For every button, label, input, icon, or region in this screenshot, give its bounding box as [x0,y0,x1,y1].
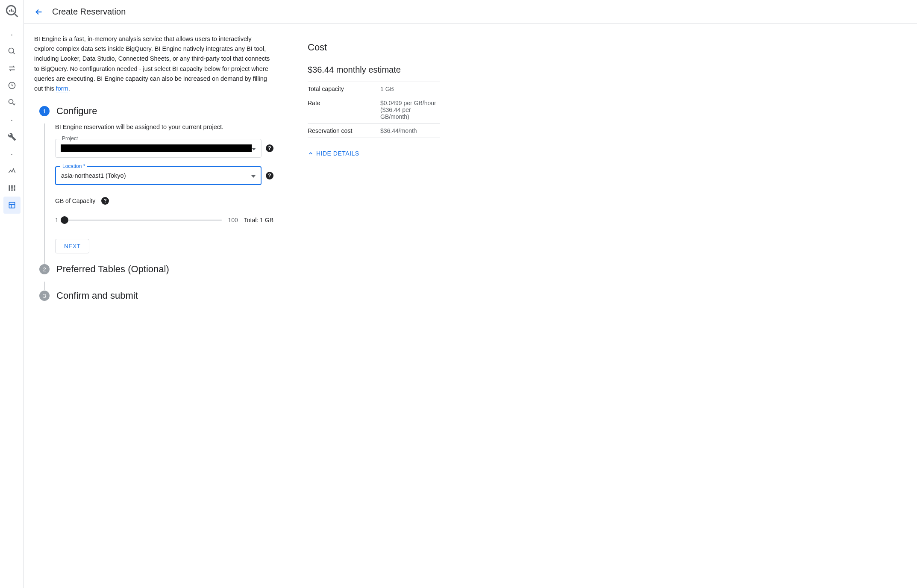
step-number-2: 2 [39,264,50,274]
location-select[interactable]: Location * asia-northeast1 (Tokyo) [55,166,262,185]
nav-item-monitoring[interactable] [3,162,21,179]
dropdown-caret-icon [251,172,256,179]
cost-val: $36.44/month [380,127,440,134]
sidebar: · · · [0,0,24,588]
project-value-redacted [61,144,252,152]
cost-key: Reservation cost [308,127,367,134]
capacity-slider-row: 1 100 Total: 1 GB [55,217,273,223]
dropdown-caret-icon [252,144,256,152]
nav-item-capacity[interactable] [3,179,21,197]
back-button[interactable] [34,7,44,17]
intro-tail: . [68,85,70,92]
bigquery-logo-icon [5,4,19,18]
project-field-wrap: Project ? [55,139,273,158]
slider-thumb[interactable] [61,216,68,224]
nav-item-search[interactable] [3,43,21,60]
cost-title: Cost [308,42,440,53]
cost-key: Total capacity [308,85,367,92]
nav-item-2[interactable]: · [3,111,21,128]
svg-rect-11 [11,189,12,191]
step-title-configure: Configure [56,106,97,117]
svg-rect-14 [9,202,15,208]
help-icon[interactable]: ? [266,144,273,152]
cost-val: $0.0499 per GB/hour ($36.44 per GB/month… [380,100,440,120]
slider-max: 100 [228,217,238,223]
help-icon[interactable]: ? [101,197,109,205]
hide-details-label: HIDE DETAILS [316,150,359,157]
step-title-confirm: Confirm and submit [56,290,138,301]
configure-desc: BI Engine reservation will be assigned t… [55,123,273,130]
hide-details-button[interactable]: HIDE DETAILS [308,150,359,157]
next-button[interactable]: NEXT [55,239,89,253]
cost-row-total-capacity: Total capacity 1 GB [308,82,440,96]
capacity-slider[interactable] [65,220,222,220]
page-header: Create Reservation [24,0,917,24]
nav-item-bi-engine[interactable] [3,197,21,214]
svg-point-5 [9,48,14,53]
intro-text: BI Engine is a fast, in-memory analysis … [34,34,273,94]
step-configure: 1 Configure BI Engine reservation will b… [34,106,273,264]
capacity-label: GB of Capacity [55,197,95,204]
cost-key: Rate [308,100,367,120]
project-select[interactable]: Project [55,139,262,158]
cost-estimate: $36.44 monthly estimate [308,65,440,75]
cost-val: 1 GB [380,85,440,92]
slider-min: 1 [55,217,59,223]
step-number-1: 1 [39,106,50,116]
svg-line-1 [15,14,18,17]
project-label: Project [60,135,80,141]
slider-total: Total: 1 GB [244,217,273,223]
form-link[interactable]: form [56,85,68,92]
nav-item-3[interactable]: · [3,145,21,162]
cost-row-reservation: Reservation cost $36.44/month [308,123,440,138]
nav-item-1[interactable]: · [3,26,21,43]
nav-item-analytics[interactable] [3,94,21,111]
nav-item-settings[interactable] [3,128,21,145]
svg-rect-12 [14,185,15,188]
cost-row-rate: Rate $0.0499 per GB/hour ($36.44 per GB/… [308,96,440,123]
nav-item-scheduled[interactable] [3,77,21,94]
svg-line-6 [13,53,15,54]
page-title: Create Reservation [52,7,126,17]
svg-rect-9 [9,185,10,191]
step-preferred-tables: 2 Preferred Tables (Optional) [34,264,273,290]
location-value: asia-northeast1 (Tokyo) [61,172,251,179]
help-icon[interactable]: ? [266,172,273,179]
nav-item-transfers[interactable] [3,60,21,77]
cost-panel: Cost $36.44 monthly estimate Total capac… [308,34,440,158]
location-label: Location * [60,163,87,169]
step-title-preferred: Preferred Tables (Optional) [56,264,169,275]
svg-rect-13 [14,188,15,191]
step-number-3: 3 [39,291,50,301]
step-confirm: 3 Confirm and submit [34,290,273,301]
svg-point-8 [9,100,13,104]
location-field-wrap: Location * asia-northeast1 (Tokyo) ? [55,166,273,185]
svg-rect-10 [11,185,12,188]
intro-body: BI Engine is a fast, in-memory analysis … [34,35,270,92]
